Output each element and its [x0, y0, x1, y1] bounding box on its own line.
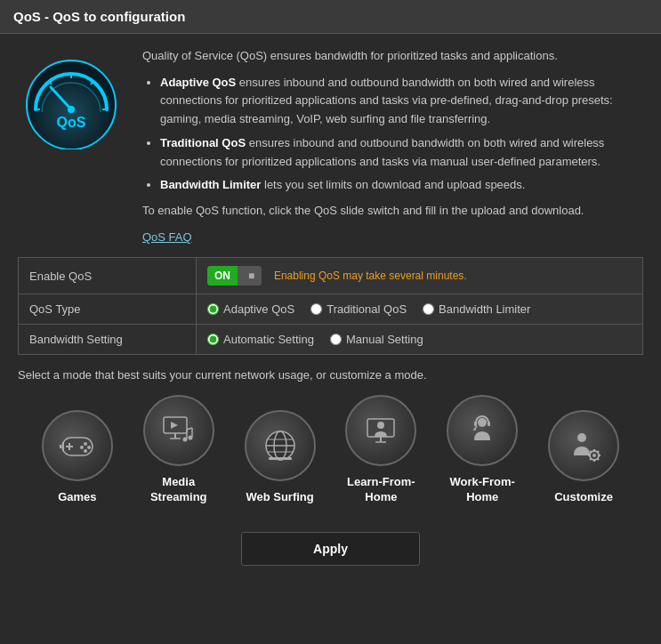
- svg-point-13: [87, 446, 91, 449]
- media-streaming-icon: [143, 395, 214, 466]
- svg-line-23: [187, 428, 192, 430]
- page-header: QoS - QoS to configuration: [0, 0, 661, 34]
- traditional-qos-text: Traditional QoS: [326, 302, 407, 316]
- toggle-on-label: ON: [207, 266, 238, 286]
- qos-faq-link[interactable]: QoS FAQ: [142, 230, 192, 244]
- mode-icons-container: Games: [18, 395, 643, 505]
- intro-top-text: Quality of Service (QoS) ensures bandwid…: [142, 47, 643, 65]
- traditional-qos-option[interactable]: Traditional QoS: [310, 302, 407, 316]
- customize-icon: [548, 410, 619, 481]
- mode-item-work-from-home[interactable]: Work-From-Home: [438, 395, 527, 505]
- svg-point-26: [188, 436, 192, 440]
- qos-type-control: Adaptive QoS Traditional QoS Bandwidth L…: [197, 294, 643, 325]
- toggle-off-label: ■: [241, 266, 262, 286]
- bullet-adaptive: Adaptive QoS ensures inbound and outboun…: [160, 74, 643, 129]
- svg-point-37: [478, 418, 487, 427]
- svg-point-14: [80, 446, 84, 449]
- svg-line-47: [590, 451, 592, 453]
- enable-qos-label: Enable QoS: [19, 258, 197, 294]
- web-surfing-label: Web Surfing: [246, 490, 313, 505]
- automatic-setting-text: Automatic Setting: [223, 333, 314, 346]
- svg-rect-39: [488, 422, 490, 426]
- bandwidth-setting-label: Bandwidth Setting: [19, 325, 197, 355]
- intro-bullets: Quality of Service (QoS) ensures bandwid…: [142, 47, 643, 244]
- enable-note: To enable QoS function, click the QoS sl…: [142, 204, 643, 217]
- bandwidth-setting-row: Bandwidth Setting Automatic Setting Manu…: [19, 325, 643, 355]
- mode-item-learn-from-home[interactable]: Learn-From-Home: [336, 395, 425, 505]
- adaptive-qos-radio[interactable]: [207, 303, 219, 315]
- svg-point-15: [84, 449, 87, 453]
- qos-logo: QoS: [18, 47, 125, 154]
- svg-point-7: [68, 106, 75, 113]
- svg-point-34: [377, 422, 384, 429]
- adaptive-qos-text: Adaptive QoS: [223, 302, 294, 316]
- qos-warning: Enabling QoS may take several minutes.: [274, 270, 467, 282]
- svg-rect-32: [269, 457, 292, 460]
- games-label: Games: [58, 490, 96, 505]
- mode-item-media-streaming[interactable]: MediaStreaming: [134, 395, 223, 505]
- mode-item-games[interactable]: Games: [33, 410, 122, 505]
- automatic-setting-radio[interactable]: [207, 334, 219, 345]
- work-from-home-icon: [447, 395, 518, 466]
- manual-setting-option[interactable]: Manual Setting: [330, 333, 423, 346]
- qos-type-row: QoS Type Adaptive QoS Traditional QoS Ba…: [19, 294, 643, 325]
- svg-line-50: [590, 459, 592, 461]
- qos-toggle[interactable]: ON ■: [207, 266, 262, 286]
- learn-from-home-label: Learn-From-Home: [347, 475, 415, 505]
- media-streaming-label: MediaStreaming: [150, 475, 207, 505]
- bandwidth-limiter-option[interactable]: Bandwidth Limiter: [423, 302, 530, 316]
- apply-bar: Apply: [18, 523, 643, 579]
- work-from-home-label: Work-From-Home: [450, 475, 515, 505]
- games-icon: [42, 410, 113, 481]
- svg-point-25: [182, 438, 187, 442]
- svg-text:QoS: QoS: [57, 115, 86, 130]
- page-title: QoS - QoS to configuration: [13, 9, 648, 24]
- apply-button[interactable]: Apply: [241, 532, 420, 566]
- qos-type-label: QoS Type: [19, 294, 197, 325]
- select-mode-text: Select a mode that best suits your curre…: [18, 368, 643, 382]
- svg-line-49: [598, 451, 600, 453]
- enable-qos-row: Enable QoS ON ■ Enabling QoS may take se…: [19, 258, 643, 294]
- bandwidth-limiter-text: Bandwidth Limiter: [439, 302, 530, 316]
- svg-point-42: [592, 454, 596, 457]
- bandwidth-setting-control: Automatic Setting Manual Setting: [197, 325, 643, 355]
- traditional-qos-radio[interactable]: [310, 303, 322, 315]
- svg-rect-38: [474, 422, 477, 426]
- svg-point-12: [84, 442, 87, 446]
- svg-line-48: [598, 459, 600, 461]
- svg-point-40: [577, 433, 586, 442]
- bandwidth-limiter-radio[interactable]: [423, 303, 434, 315]
- mode-item-customize[interactable]: Customize: [539, 410, 628, 505]
- automatic-setting-option[interactable]: Automatic Setting: [207, 333, 314, 346]
- web-surfing-icon: [245, 410, 316, 481]
- manual-setting-radio[interactable]: [330, 334, 342, 345]
- settings-table: Enable QoS ON ■ Enabling QoS may take se…: [18, 257, 643, 355]
- adaptive-qos-option[interactable]: Adaptive QoS: [207, 302, 294, 316]
- learn-from-home-icon: [345, 395, 416, 466]
- customize-label: Customize: [554, 490, 613, 505]
- bullet-traditional: Traditional QoS ensures inbound and outb…: [160, 134, 643, 172]
- bullet-bandwidth: Bandwidth Limiter lets you set limits on…: [160, 176, 643, 195]
- manual-setting-text: Manual Setting: [346, 333, 423, 346]
- enable-qos-control: ON ■ Enabling QoS may take several minut…: [197, 258, 643, 294]
- mode-item-web-surfing[interactable]: Web Surfing: [236, 410, 325, 505]
